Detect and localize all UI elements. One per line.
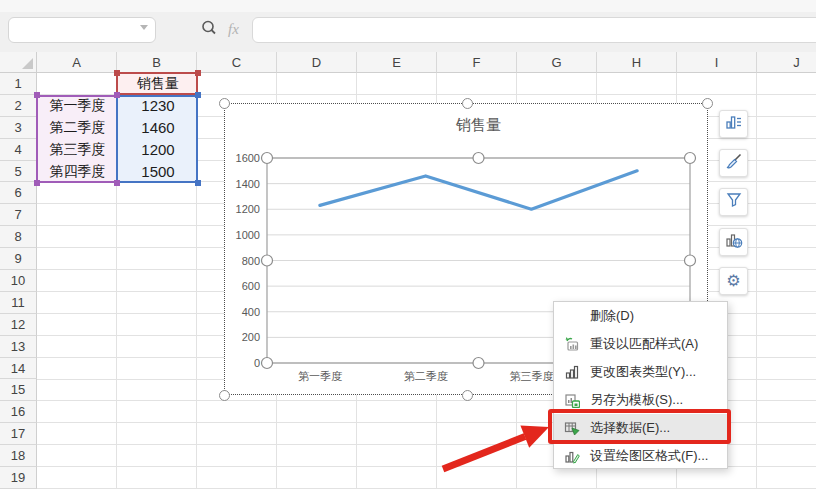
chart-tool-move-chart[interactable]: [719, 228, 748, 256]
svg-text:第二季度: 第二季度: [404, 370, 448, 382]
svg-text:400: 400: [242, 306, 260, 318]
row-header-5[interactable]: 5: [0, 161, 37, 183]
cell-B1[interactable]: 销售量: [118, 73, 198, 95]
row-header-1[interactable]: 1: [0, 73, 37, 95]
menu-item-label: 设置绘图区格式(F)...: [590, 447, 708, 465]
formula-bar-input[interactable]: [252, 17, 816, 43]
column-header-I[interactable]: I: [677, 52, 757, 73]
row-header-14[interactable]: 14: [0, 358, 37, 380]
change-chart-type-icon: [564, 364, 580, 380]
row-header-13[interactable]: 13: [0, 336, 37, 358]
menu-item-label: 另存为模板(S)...: [590, 391, 683, 409]
svg-text:1200: 1200: [236, 203, 260, 215]
column-header-J[interactable]: J: [757, 52, 816, 73]
svg-text:1600: 1600: [236, 152, 260, 164]
spreadsheet-window: fx ABCDEFGHIJ 12345678910111213141516171…: [0, 0, 816, 489]
cell-A4[interactable]: 第三季度: [37, 139, 118, 161]
chart-title[interactable]: 销售量: [267, 116, 690, 135]
svg-text:800: 800: [242, 255, 260, 267]
annotation-red-box: [548, 409, 731, 444]
chart-elements-icon: [725, 113, 743, 135]
select-all-triangle-icon: [22, 58, 33, 69]
row-header-19[interactable]: 19: [0, 467, 37, 489]
cell-B2[interactable]: 1230: [118, 95, 198, 117]
move-chart-icon: [725, 231, 743, 253]
chart-handle-top-mid[interactable]: [462, 98, 473, 109]
chart-handle-top-right[interactable]: [702, 98, 713, 109]
row-header-17[interactable]: 17: [0, 423, 37, 445]
row-header-9[interactable]: 9: [0, 248, 37, 270]
format-plot-area-icon: [564, 448, 580, 464]
cell-A5[interactable]: 第四季度: [37, 161, 118, 183]
column-header-B[interactable]: B: [117, 52, 197, 73]
menu-item-6[interactable]: 设置绘图区格式(F)...: [554, 442, 727, 470]
svg-text:200: 200: [242, 331, 260, 343]
menu-item-3[interactable]: 更改图表类型(Y)...: [554, 358, 727, 386]
row-header-3[interactable]: 3: [0, 117, 37, 139]
svg-text:1000: 1000: [236, 229, 260, 241]
column-header-A[interactable]: A: [37, 52, 117, 73]
svg-text:1400: 1400: [236, 178, 260, 190]
row-header-15[interactable]: 15: [0, 379, 37, 401]
row-header-11[interactable]: 11: [0, 292, 37, 314]
magnifier-icon[interactable]: [200, 19, 218, 41]
chart-tool-chart-filter[interactable]: [719, 188, 748, 216]
row-header-4[interactable]: 4: [0, 139, 37, 161]
column-header-D[interactable]: D: [277, 52, 357, 73]
chart-tool-chart-settings[interactable]: ⚙: [719, 267, 748, 295]
row-header-16[interactable]: 16: [0, 401, 37, 423]
chart-style-icon: [725, 152, 743, 174]
chart-handle-bottom-mid[interactable]: [462, 390, 473, 401]
cell-B3[interactable]: 1460: [118, 117, 198, 139]
row-headers: 12345678910111213141516171819: [0, 73, 37, 489]
menu-item-1[interactable]: 删除(D): [554, 302, 727, 330]
menu-item-label: 删除(D): [590, 307, 634, 325]
row-header-2[interactable]: 2: [0, 95, 37, 117]
svg-text:0: 0: [254, 357, 260, 369]
cell-A2[interactable]: 第一季度: [37, 95, 118, 117]
chart-handle-top-left[interactable]: [219, 98, 230, 109]
svg-text:第三季度: 第三季度: [509, 370, 553, 382]
column-header-C[interactable]: C: [197, 52, 277, 73]
save-as-template-icon: [564, 392, 580, 408]
cell-A3[interactable]: 第二季度: [37, 117, 118, 139]
menu-item-2[interactable]: 重设以匹配样式(A): [554, 330, 727, 358]
row-header-12[interactable]: 12: [0, 314, 37, 336]
row-header-18[interactable]: 18: [0, 445, 37, 467]
no-icon: [564, 308, 580, 324]
svg-text:600: 600: [242, 280, 260, 292]
row-header-10[interactable]: 10: [0, 270, 37, 292]
select-all-corner[interactable]: [0, 52, 37, 73]
column-header-G[interactable]: G: [517, 52, 597, 73]
chart-settings-icon: ⚙: [726, 273, 740, 289]
cell-B4[interactable]: 1200: [118, 139, 198, 161]
row-header-7[interactable]: 7: [0, 204, 37, 226]
chart-filter-icon: [725, 191, 743, 213]
chart-handle-bottom-left[interactable]: [219, 390, 230, 401]
column-header-F[interactable]: F: [437, 52, 517, 73]
name-box-dropdown-icon[interactable]: [140, 25, 148, 30]
reset-match-style-icon: [564, 336, 580, 352]
chart-tool-chart-style[interactable]: [719, 149, 748, 177]
column-header-H[interactable]: H: [597, 52, 677, 73]
fx-icon: fx: [228, 21, 239, 38]
row-header-8[interactable]: 8: [0, 226, 37, 248]
column-headers: ABCDEFGHIJ: [37, 52, 816, 73]
menu-item-label: 更改图表类型(Y)...: [590, 363, 696, 381]
cell-B5[interactable]: 1500: [118, 161, 198, 183]
menu-item-label: 重设以匹配样式(A): [590, 335, 698, 353]
chart-tool-chart-elements[interactable]: [719, 110, 748, 138]
column-header-E[interactable]: E: [357, 52, 437, 73]
name-box[interactable]: [8, 17, 156, 43]
svg-text:第一季度: 第一季度: [298, 370, 342, 382]
formula-toolbar: fx: [0, 12, 816, 53]
row-header-6[interactable]: 6: [0, 182, 37, 204]
